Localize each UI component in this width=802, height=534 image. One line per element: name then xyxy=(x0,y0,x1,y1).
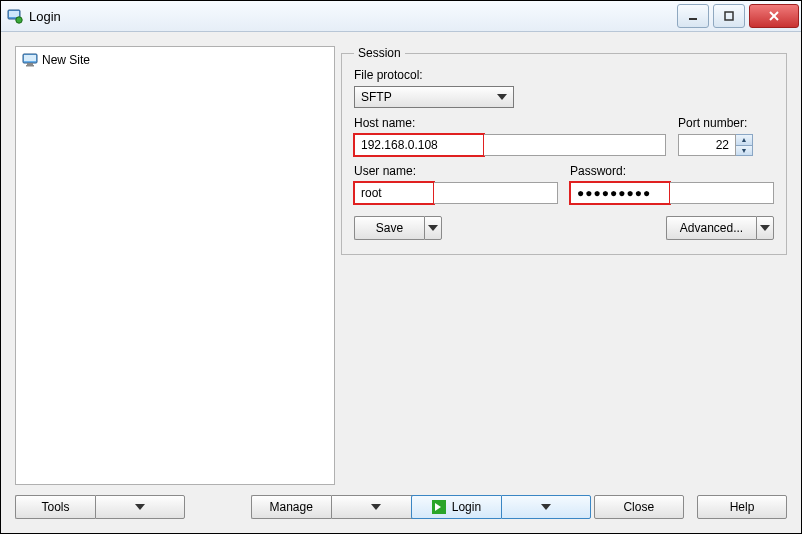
window-title: Login xyxy=(29,9,61,24)
login-dropdown[interactable] xyxy=(501,495,591,519)
manage-button-group: Manage xyxy=(251,495,411,519)
user-name-input[interactable]: root xyxy=(354,182,434,204)
file-protocol-select[interactable]: SFTP xyxy=(354,86,514,108)
chevron-down-icon xyxy=(541,504,551,510)
manage-dropdown[interactable] xyxy=(331,495,421,519)
chevron-down-icon xyxy=(135,504,145,510)
save-button[interactable]: Save xyxy=(354,216,424,240)
svg-rect-10 xyxy=(26,65,34,67)
monitor-icon xyxy=(22,53,38,67)
host-name-input-ext[interactable] xyxy=(484,134,666,156)
maximize-button[interactable] xyxy=(713,4,745,28)
save-button-group: Save xyxy=(354,216,442,240)
app-icon xyxy=(7,8,23,24)
close-icon xyxy=(768,10,780,22)
titlebar: Login xyxy=(1,1,801,32)
manage-button[interactable]: Manage xyxy=(251,495,331,519)
port-number-label: Port number: xyxy=(678,116,774,130)
password-input[interactable]: ●●●●●●●●● xyxy=(570,182,670,204)
spin-up-icon: ▲ xyxy=(736,135,752,146)
minimize-icon xyxy=(688,11,698,21)
file-protocol-value: SFTP xyxy=(361,90,392,104)
host-name-label: Host name: xyxy=(354,116,666,130)
svg-point-2 xyxy=(16,17,22,23)
host-name-input[interactable]: 192.168.0.108 xyxy=(354,134,484,156)
session-group: Session File protocol: SFTP Host name: xyxy=(341,46,787,255)
svg-rect-1 xyxy=(9,11,19,17)
login-button-group: Login xyxy=(411,495,581,519)
port-number-input[interactable]: 22 xyxy=(678,134,736,156)
login-window: Login New Site xyxy=(0,0,802,534)
maximize-icon xyxy=(724,11,734,21)
client-area: New Site Session File protocol: SFTP xyxy=(1,32,801,533)
port-spinner[interactable]: ▲ ▼ xyxy=(736,134,753,156)
chevron-down-icon xyxy=(371,504,381,510)
advanced-button-group: Advanced... xyxy=(666,216,774,240)
session-legend: Session xyxy=(354,46,405,60)
file-protocol-label: File protocol: xyxy=(354,68,774,82)
chevron-down-icon xyxy=(428,225,438,231)
user-name-input-ext[interactable] xyxy=(434,182,558,204)
password-label: Password: xyxy=(570,164,774,178)
advanced-button[interactable]: Advanced... xyxy=(666,216,756,240)
chevron-down-icon xyxy=(497,94,507,100)
close-window-button[interactable] xyxy=(749,4,799,28)
tools-dropdown[interactable] xyxy=(95,495,185,519)
site-item-new-site[interactable]: New Site xyxy=(22,51,328,69)
help-button[interactable]: Help xyxy=(697,495,787,519)
svg-rect-3 xyxy=(689,18,697,20)
bottom-button-bar: Tools Manage Login xyxy=(15,495,787,519)
close-button[interactable]: Close xyxy=(594,495,684,519)
login-button[interactable]: Login xyxy=(411,495,501,519)
minimize-button[interactable] xyxy=(677,4,709,28)
chevron-down-icon xyxy=(760,225,770,231)
svg-rect-9 xyxy=(27,63,33,65)
login-icon xyxy=(432,500,446,514)
tools-button[interactable]: Tools xyxy=(15,495,95,519)
tools-button-group: Tools xyxy=(15,495,175,519)
spin-down-icon: ▼ xyxy=(736,146,752,156)
advanced-dropdown[interactable] xyxy=(756,216,774,240)
password-input-ext[interactable] xyxy=(670,182,774,204)
site-item-label: New Site xyxy=(42,53,90,67)
svg-rect-8 xyxy=(24,55,36,61)
save-dropdown[interactable] xyxy=(424,216,442,240)
svg-rect-4 xyxy=(725,12,733,20)
sites-list[interactable]: New Site xyxy=(15,46,335,485)
user-name-label: User name: xyxy=(354,164,558,178)
